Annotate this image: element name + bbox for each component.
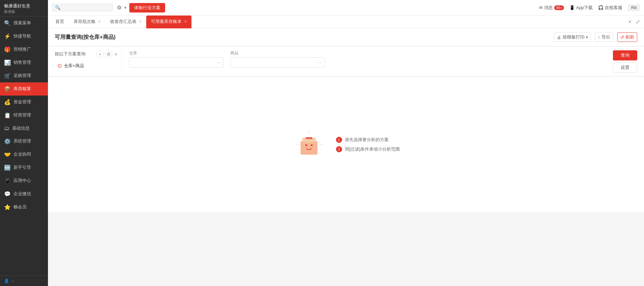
tab-receive-summary-close[interactable]: × [139,19,141,24]
sales-icon: 📊 [4,59,11,66]
brand-sub: 标准版 [4,9,44,14]
print-icon: 🖨 [557,35,561,40]
system-icon: ⚙️ [4,138,11,145]
sidebar-item-sales[interactable]: 📊 销售管理 [0,56,48,69]
sidebar-item-label: 新手引导 [14,164,31,171]
sidebar-item-label: 系统管理 [14,138,31,144]
warehouse-more-icon[interactable]: ··· [217,60,221,65]
tabs-expand-button[interactable]: ⤢ [634,19,641,25]
empty-tip-1: 1 请先选择要分析的方案 [336,137,400,143]
tab-available-ledger-close[interactable]: × [184,19,187,24]
operation-icon: 📋 [4,112,11,119]
tab-receive-summary-label: 收发存汇总表 [110,19,136,25]
refresh-icon: ↺ [620,35,624,40]
scheme-item-warehouse-product[interactable]: ⊙ 仓库+商品 [55,60,118,71]
user-name: Rit [631,5,637,10]
tip-text-1: 请先选择要分析的方案 [345,137,389,143]
product-label: 商品 [230,50,325,56]
tab-home-label: 首页 [55,19,64,25]
app-download-button[interactable]: 📱 App下载 [569,5,593,11]
sidebar-item-enterprise[interactable]: 🤝 企业协同 [0,148,48,161]
sidebar-item-shortcut[interactable]: ⚡ 快捷导航 [0,30,48,43]
sidebar-item-system[interactable]: ⚙️ 系统管理 [0,135,48,148]
tabs-bar: 首页 库存批次账 × 收发存汇总表 × 可用量库存账本 × × ⤢ [48,16,644,28]
scheme-item-icon: ⊙ [57,62,62,69]
print-dropdown-icon[interactable]: ▾ [586,35,588,40]
collapse-scheme-button[interactable]: « [114,51,118,57]
sidebar-item-label: 库存核算 [14,86,31,92]
topbar-search-input[interactable] [62,5,109,10]
sidebar-item-inventory[interactable]: 📦 库存核算 [0,82,48,96]
topbar-right: ✉ 消息 99+ 📱 App下载 🎧 在线客服 Rit [539,4,640,11]
cart-icon: 🛒 [4,73,11,79]
svg-rect-0 [301,141,317,155]
basic-icon: 🗂 [4,125,9,131]
product-input[interactable] [230,57,325,68]
sidebar-item-label: 应用中心 [14,178,31,184]
tab-available-ledger[interactable]: 可用量库存账本 × [146,16,191,28]
product-field: 商品 ··· [230,50,325,68]
print-template-button[interactable]: 🖨 按模板打印 ▾ [554,32,591,42]
message-icon: ✉ [539,5,543,10]
search-icon: 🔍 [55,5,60,10]
headset-icon: 🎧 [598,5,603,10]
solution-button[interactable]: 体验行业方案 [129,3,165,12]
main-area: 🔍 ⚙ ▾ 体验行业方案 ✉ 消息 99+ 📱 App下载 🎧 在线客服 Rit [48,0,644,286]
empty-state-content: 1 请先选择要分析的方案 2 用[过滤]条件来缩小分析范围 [292,128,400,161]
sidebar-item-label: 营销推广 [14,46,31,52]
sidebar-item-member[interactable]: ⭐ 畅会员 [0,201,48,214]
tabs-close-all-button[interactable]: × [626,19,634,25]
online-service-button[interactable]: 🎧 在线客服 [598,5,622,11]
user-icon: 👤 [4,279,9,283]
search-icon: 🔍 [4,20,11,26]
sidebar-item-appstore[interactable]: 📱 应用中心 [0,174,48,187]
warehouse-field: 仓库 ··· [129,50,224,68]
empty-illustration [292,128,326,161]
app-icon: 📱 [4,178,11,184]
query-button[interactable]: 查询 [613,50,637,60]
topbar-search-wrap: 🔍 [52,4,113,11]
sidebar-brand: 畅康通好生意 标准版 [0,0,48,17]
sidebar-item-finance[interactable]: 💰 资金管理 [0,96,48,109]
sidebar-item-marketing[interactable]: 🎁 营销推广 [0,43,48,56]
tab-available-ledger-label: 可用量库存账本 [151,19,182,25]
sidebar-item-basic[interactable]: 🗂 基础信息 [0,122,48,135]
warehouse-input[interactable] [129,57,224,68]
message-button[interactable]: ✉ 消息 99+ [539,5,564,11]
empty-state-tips: 1 请先选择要分析的方案 2 用[过滤]条件来缩小分析范围 [336,137,400,152]
export-label: 导出 [601,34,610,40]
sidebar-item-label: 畅会员 [14,204,27,210]
user-avatar[interactable]: Rit [628,4,640,11]
dropdown-icon[interactable]: ▾ [124,5,127,10]
sidebar-nav: 🔍 搜索菜单 ⚡ 快捷导航 🎁 营销推广 📊 销售管理 🛒 采购管理 📦 库存核… [0,17,48,276]
sidebar-item-wxwork[interactable]: 💬 企业微信 [0,187,48,201]
sidebar-item-newbie[interactable]: 🆕 新手引导 [0,161,48,174]
wechat-icon: 💬 [4,191,11,197]
export-button[interactable]: ↑ 导出 [595,32,614,42]
svg-rect-2 [306,137,312,139]
sidebar-item-operation[interactable]: 📋 经营管理 [0,109,48,122]
tab-batch-account[interactable]: 库存批次账 × [69,16,105,28]
sidebar-item-label: 企业微信 [14,191,31,197]
tab-batch-account-label: 库存批次账 [74,19,96,25]
settings-icon[interactable]: ⚙ [117,4,122,11]
inventory-icon: 📦 [4,86,11,92]
tab-receive-summary[interactable]: 收发存汇总表 × [105,16,146,28]
message-badge: 99+ [554,5,564,10]
refresh-button[interactable]: ↺ 刷新 [617,32,637,42]
enterprise-icon: 🤝 [4,151,11,158]
sidebar-user[interactable]: 👤 ··· [0,276,48,286]
query-scheme-header: 按以下方案查询 + ⚙ « [55,50,118,58]
tab-home[interactable]: 首页 [51,16,69,28]
page-title-actions: 🖨 按模板打印 ▾ ↑ 导出 ↺ 刷新 [554,32,638,42]
product-more-icon[interactable]: ··· [318,60,322,65]
query-settings-button[interactable]: 设置 [613,62,637,73]
page-content: 可用量查询(按仓库+商品) 🖨 按模板打印 ▾ ↑ 导出 ↺ 刷新 [48,28,644,286]
sidebar-item-search[interactable]: 🔍 搜索菜单 [0,17,48,30]
query-fields: 仓库 ··· 商品 ··· [122,50,606,68]
tab-batch-account-close[interactable]: × [98,19,101,24]
add-scheme-button[interactable]: + [96,50,104,58]
query-area: 按以下方案查询 + ⚙ « ⊙ 仓库+商品 仓库 [48,47,644,76]
sidebar-item-purchase[interactable]: 🛒 采购管理 [0,69,48,82]
manage-scheme-button[interactable]: ⚙ [105,50,112,58]
